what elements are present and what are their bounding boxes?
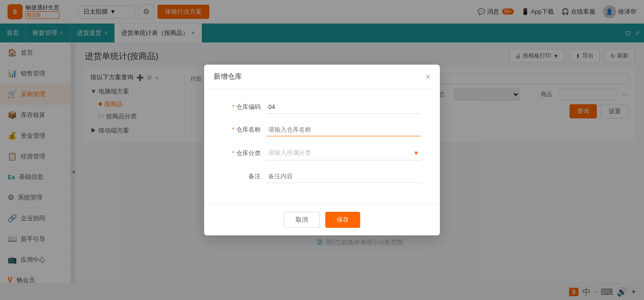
modal-body: 仓库编码 仓库名称 仓库分类 请输入所属分类 ▼ 备注 [204,89,440,204]
modal-title: 新增仓库 [214,72,242,81]
category-dropdown-icon: ▼ [413,150,419,157]
warehouse-name-input[interactable] [266,123,421,136]
warehouse-category-select[interactable]: 请输入所属分类 ▼ [266,146,421,160]
modal-header: 新增仓库 × [204,65,440,89]
category-placeholder: 请输入所属分类 [268,149,311,157]
warehouse-name-label: 仓库名称 [223,125,261,134]
save-button[interactable]: 保存 [325,212,360,228]
warehouse-note-input[interactable] [266,170,421,183]
warehouse-name-row: 仓库名称 [223,123,421,136]
warehouse-code-input[interactable] [266,100,421,114]
warehouse-code-row: 仓库编码 [223,100,421,114]
modal-overlay: 新增仓库 × 仓库编码 仓库名称 仓库分类 请输入所属分类 ▼ [0,0,644,300]
warehouse-note-row: 备注 [223,170,421,183]
warehouse-category-row: 仓库分类 请输入所属分类 ▼ [223,146,421,160]
cancel-button[interactable]: 取消 [284,212,320,228]
warehouse-note-label: 备注 [223,172,261,181]
new-warehouse-modal: 新增仓库 × 仓库编码 仓库名称 仓库分类 请输入所属分类 ▼ [204,65,440,235]
modal-close-button[interactable]: × [425,73,430,81]
modal-footer: 取消 保存 [204,204,440,235]
warehouse-code-label: 仓库编码 [223,103,261,111]
warehouse-category-label: 仓库分类 [223,149,261,158]
